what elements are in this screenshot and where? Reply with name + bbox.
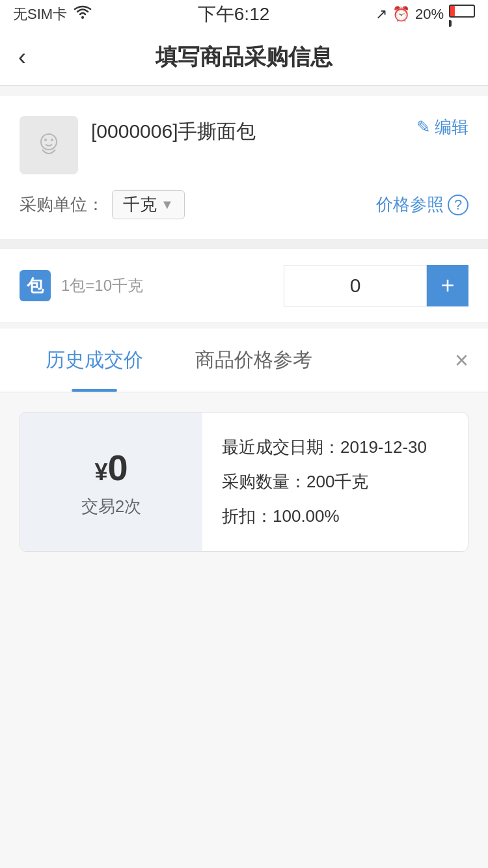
back-button[interactable]: ‹ bbox=[18, 44, 26, 71]
battery-percent: 20% bbox=[415, 6, 444, 23]
discount-row: 折扣：100.00% bbox=[222, 505, 448, 528]
svg-point-3 bbox=[51, 139, 53, 141]
quantity-plus-button[interactable]: + bbox=[427, 265, 468, 306]
page-title: 填写商品采购信息 bbox=[156, 42, 332, 72]
section-divider bbox=[0, 239, 488, 249]
question-mark-icon: ? bbox=[448, 195, 468, 215]
status-time: 下午6:12 bbox=[198, 2, 270, 27]
discount-value: 100.00% bbox=[273, 506, 340, 526]
recent-date-label: 最近成交日期： bbox=[222, 437, 340, 457]
price-card-left: ¥0 交易2次 bbox=[20, 413, 202, 551]
svg-point-2 bbox=[44, 139, 47, 141]
quantity-input-area: + bbox=[284, 265, 468, 306]
price-ref-label: 价格参照 bbox=[376, 193, 444, 216]
edit-icon: ✎ bbox=[416, 117, 431, 137]
plus-icon: + bbox=[441, 272, 454, 299]
tab-close-button[interactable]: × bbox=[455, 347, 468, 374]
product-left: [0000006]手撕面包 bbox=[20, 116, 256, 174]
purchase-qty-row: 采购数量：200千克 bbox=[222, 470, 448, 493]
purchase-unit-label: 采购单位： bbox=[20, 193, 104, 216]
quantity-label: 包 1包=10千克 bbox=[20, 270, 143, 301]
status-bar: 无SIM卡 下午6:12 ↗ ⏰ 20% bbox=[0, 0, 488, 29]
yuan-symbol: ¥ bbox=[94, 459, 107, 485]
price-trades: 交易2次 bbox=[81, 495, 141, 518]
content-area bbox=[0, 571, 488, 868]
quantity-section: 包 1包=10千克 + bbox=[0, 249, 488, 322]
discount-label: 折扣： bbox=[222, 506, 273, 526]
tab-section: 历史成交价 商品价格参考 × ¥0 交易2次 最近成交日期：2019-12-30… bbox=[0, 329, 488, 868]
nav-bar: ‹ 填写商品采购信息 bbox=[0, 29, 488, 86]
unit-hint: 1包=10千克 bbox=[61, 275, 143, 296]
tab-header: 历史成交价 商品价格参考 × bbox=[0, 329, 488, 392]
status-right: ↗ ⏰ 20% bbox=[375, 2, 475, 27]
product-thumbnail bbox=[20, 116, 78, 174]
price-card-right: 最近成交日期：2019-12-30 采购数量：200千克 折扣：100.00% bbox=[202, 413, 468, 551]
battery-icon bbox=[449, 2, 475, 27]
location-icon: ↗ bbox=[375, 6, 387, 23]
product-section: [0000006]手撕面包 ✎ 编辑 采购单位： 千克 ▼ 价格参照 ? bbox=[0, 96, 488, 239]
unit-left: 采购单位： 千克 ▼ bbox=[20, 190, 185, 219]
price-amount: ¥0 bbox=[94, 446, 128, 489]
product-header: [0000006]手撕面包 ✎ 编辑 bbox=[20, 116, 468, 174]
alarm-icon: ⏰ bbox=[392, 6, 410, 23]
price-card-section: ¥0 交易2次 最近成交日期：2019-12-30 采购数量：200千克 折扣：… bbox=[0, 392, 488, 571]
price-reference-button[interactable]: 价格参照 ? bbox=[376, 193, 468, 216]
unit-value: 千克 bbox=[123, 193, 157, 216]
edit-button[interactable]: ✎ 编辑 bbox=[416, 116, 468, 139]
status-left: 无SIM卡 bbox=[13, 5, 92, 24]
signal-text: 无SIM卡 bbox=[13, 5, 67, 24]
wifi-icon bbox=[74, 5, 92, 23]
recent-date-value: 2019-12-30 bbox=[340, 437, 427, 457]
quantity-input[interactable] bbox=[284, 265, 427, 306]
product-unit-row: 采购单位： 千克 ▼ 价格参照 ? bbox=[20, 190, 468, 219]
svg-point-0 bbox=[81, 16, 84, 19]
svg-point-1 bbox=[41, 134, 57, 150]
dropdown-arrow-icon: ▼ bbox=[161, 197, 174, 212]
unit-dropdown[interactable]: 千克 ▼ bbox=[112, 190, 185, 219]
tab-product-price-reference[interactable]: 商品价格参考 bbox=[169, 329, 338, 392]
unit-label-box: 包 bbox=[20, 270, 51, 301]
product-name: [0000006]手撕面包 bbox=[91, 116, 256, 145]
recent-date-row: 最近成交日期：2019-12-30 bbox=[222, 436, 448, 459]
tab-history-price[interactable]: 历史成交价 bbox=[20, 329, 169, 392]
purchase-qty-label: 采购数量： bbox=[222, 472, 306, 491]
purchase-qty-value: 200千克 bbox=[306, 472, 368, 491]
price-card: ¥0 交易2次 最近成交日期：2019-12-30 采购数量：200千克 折扣：… bbox=[20, 412, 468, 552]
